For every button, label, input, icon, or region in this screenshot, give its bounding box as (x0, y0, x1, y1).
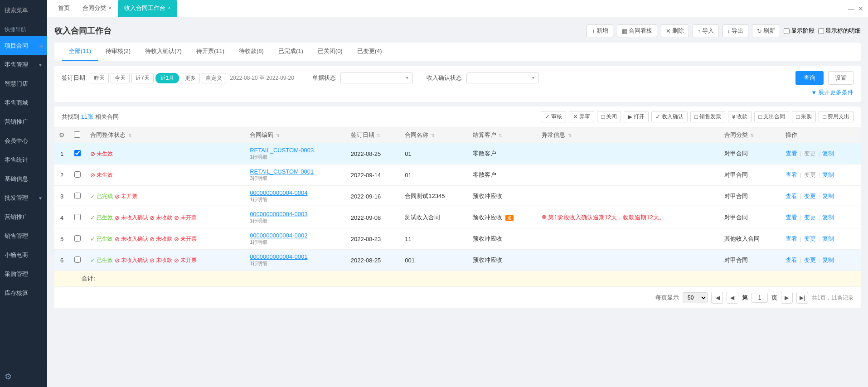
contract-link-4[interactable]: 0000000000004-0003 (250, 211, 307, 218)
current-page-input[interactable] (752, 293, 768, 303)
row-checkbox-4[interactable] (74, 214, 81, 220)
row-checkbox-3[interactable] (74, 193, 81, 199)
op-view-4[interactable]: 查看 (786, 214, 797, 221)
tab-contract-category[interactable]: 合同分类 × (76, 0, 118, 17)
filter-tab-pending-income-confirm[interactable]: 待收入确认(7) (138, 43, 189, 61)
action-review[interactable]: ✓ 审核 (541, 111, 566, 122)
filter-tab-pending-invoice[interactable]: 待开票(11) (189, 43, 232, 61)
sidebar-item-smart-store[interactable]: 智慧门店 (0, 74, 47, 93)
op-view-2[interactable]: 查看 (786, 171, 797, 178)
op-change-6[interactable]: 变更 (804, 256, 816, 263)
sort-icon-error[interactable]: ⇅ (568, 133, 572, 138)
action-purchase[interactable]: □ 采购 (792, 111, 816, 122)
op-copy-1[interactable]: 复制 (822, 150, 834, 157)
doc-status-select[interactable] (340, 73, 413, 83)
close-tab-income-workbench[interactable]: × (168, 0, 171, 17)
income-confirm-select[interactable] (466, 73, 539, 83)
filter-tab-pending-review[interactable]: 待审核(2) (98, 43, 138, 61)
setting-button[interactable]: 设置 (828, 71, 853, 85)
filter-tab-closed[interactable]: 已关闭(0) (310, 43, 350, 61)
sort-icon-status[interactable]: ⇅ (128, 133, 132, 138)
sort-icon-category[interactable]: ⇅ (750, 133, 754, 138)
contract-link-2[interactable]: RETAIL_CUSTOM-0001 (250, 168, 314, 175)
date-btn-custom[interactable]: 自定义 (202, 73, 226, 83)
row-checkbox-2[interactable] (74, 171, 81, 178)
window-close-icon[interactable]: ✕ (858, 5, 863, 12)
tab-home[interactable]: 首页 (52, 0, 76, 17)
filter-tab-pending-payment[interactable]: 待收款(8) (232, 43, 271, 61)
page-size-select[interactable]: 20 50 100 (683, 292, 708, 303)
sort-icon-customer[interactable]: ⇅ (499, 133, 502, 138)
sidebar-item-retail-mall[interactable]: 零售商城 (0, 93, 47, 112)
op-copy-3[interactable]: 复制 (822, 193, 834, 199)
sidebar-item-retail[interactable]: 零售管理 ▼ (0, 55, 47, 74)
contract-link-3[interactable]: 0000000000004-0004 (250, 189, 307, 196)
op-copy-6[interactable]: 复制 (822, 256, 834, 263)
sidebar-item-marketing[interactable]: 营销推广 (0, 112, 47, 131)
sort-icon-name[interactable]: ⇅ (431, 133, 435, 138)
action-sales-invoice[interactable]: □ 销售发票 (690, 111, 725, 122)
op-change-5[interactable]: 变更 (804, 235, 816, 242)
date-btn-last7days[interactable]: 近7天 (131, 73, 154, 83)
contract-link-5[interactable]: 0000000000004-0002 (250, 232, 307, 239)
gear-icon[interactable]: ⚙ (59, 131, 65, 139)
action-expense-out[interactable]: □ 支出合同 (754, 111, 789, 122)
date-btn-last1month[interactable]: 近1月 (155, 73, 179, 83)
op-change-2[interactable]: 变更 (804, 171, 816, 178)
select-all-checkbox[interactable] (74, 131, 80, 138)
filter-tab-completed[interactable]: 已完成(1) (271, 43, 310, 61)
next-page-btn[interactable]: ▶ (781, 292, 793, 304)
sidebar-item-sales-mgmt[interactable]: 销售管理 (0, 227, 47, 246)
import-button[interactable]: ↑ 导入 (693, 24, 719, 37)
refresh-button[interactable]: ↻ 刷新 (752, 24, 780, 37)
date-btn-today[interactable]: 今天 (111, 73, 130, 83)
action-income-confirm[interactable]: ✓ 收入确认 (651, 111, 688, 122)
sidebar-item-mktg2[interactable]: 营销推广 (0, 208, 47, 227)
query-button[interactable]: 查询 (795, 71, 824, 85)
sidebar-item-project[interactable]: 项目合同 ◀ (0, 36, 47, 55)
sidebar-item-retail-stats[interactable]: 零售统计 (0, 150, 47, 169)
filter-tab-all[interactable]: 全部(11) (62, 43, 98, 61)
delete-button[interactable]: ✕ 删除 (661, 24, 689, 37)
action-fee-out[interactable]: □ 费用支出 (819, 111, 853, 122)
show-stages-checkbox-label[interactable]: 显示阶段 (784, 27, 815, 35)
action-payment[interactable]: ¥ 收款 (728, 111, 752, 122)
date-btn-yesterday[interactable]: 昨天 (90, 73, 109, 83)
filter-tab-changed[interactable]: 已变更(4) (350, 43, 389, 61)
op-copy-2[interactable]: 复制 (822, 171, 834, 178)
contract-link-6[interactable]: 0000000000004-0001 (250, 253, 307, 260)
action-abandon[interactable]: ✕ 弃审 (569, 111, 594, 122)
sidebar-item-wholesale[interactable]: 批发管理 ▼ (0, 189, 47, 208)
show-stages-checkbox[interactable] (784, 28, 790, 34)
row-checkbox-1[interactable] (74, 150, 81, 156)
sidebar-settings[interactable]: ⚙ (0, 366, 47, 387)
sidebar-item-purchase[interactable]: 采购管理 (0, 265, 47, 284)
contract-link-1[interactable]: RETAIL_CUSTOM-0003 (250, 147, 314, 154)
last-page-btn[interactable]: ▶| (796, 292, 808, 304)
show-marks-checkbox[interactable] (818, 28, 824, 34)
action-print[interactable]: ▶ 打开 (624, 111, 649, 122)
date-btn-more[interactable]: 更多 (181, 73, 200, 83)
op-change-4[interactable]: 变更 (804, 214, 816, 221)
action-close[interactable]: □ 关闭 (597, 111, 621, 122)
add-button[interactable]: + 新增 (587, 24, 613, 37)
window-minimize-icon[interactable]: — (848, 5, 854, 12)
show-marks-checkbox-label[interactable]: 显示标的明细 (818, 27, 861, 35)
close-tab-contract-category[interactable]: × (109, 0, 112, 17)
op-view-1[interactable]: 查看 (786, 150, 797, 157)
sidebar-item-inventory[interactable]: 库存核算 (0, 284, 47, 303)
sort-icon-sign-date[interactable]: ⇅ (377, 133, 380, 138)
tab-income-workbench[interactable]: 收入合同工作台 × (118, 0, 177, 17)
op-change-3[interactable]: 变更 (804, 193, 816, 199)
op-change-1[interactable]: 变更 (804, 150, 816, 157)
op-view-6[interactable]: 查看 (786, 256, 797, 263)
op-view-3[interactable]: 查看 (786, 193, 797, 199)
sort-icon-code[interactable]: ⇅ (276, 133, 280, 138)
prev-page-btn[interactable]: ◀ (727, 292, 738, 304)
op-copy-4[interactable]: 复制 (822, 214, 834, 221)
op-view-5[interactable]: 查看 (786, 235, 797, 242)
first-page-btn[interactable]: |◀ (711, 292, 723, 304)
export-button[interactable]: ↓ 导出 (723, 24, 749, 37)
row-checkbox-5[interactable] (74, 235, 81, 242)
op-copy-5[interactable]: 复制 (822, 235, 834, 242)
